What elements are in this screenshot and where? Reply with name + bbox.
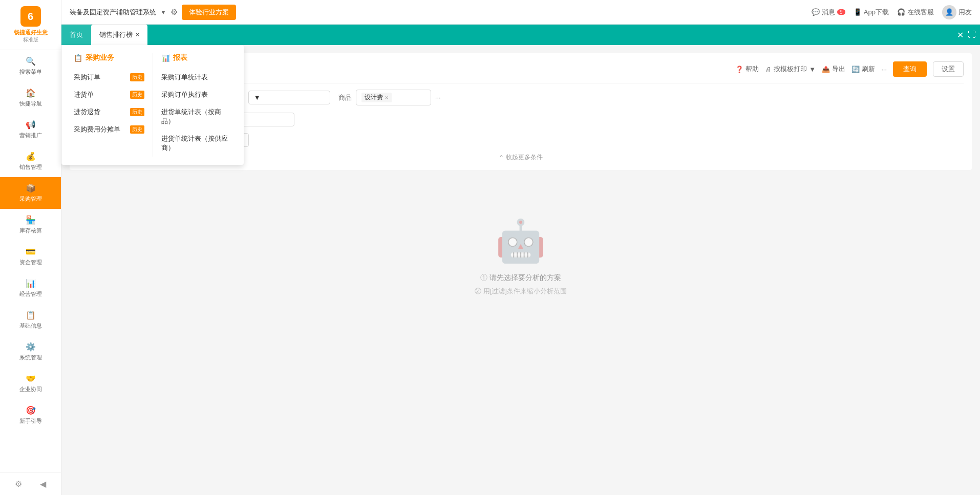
- chevron-down-icon: ▼: [254, 94, 261, 101]
- menu-item-expense[interactable]: 采购费用分摊单 历史: [74, 121, 144, 138]
- app-item[interactable]: 📱 App下载: [854, 8, 889, 17]
- print-button[interactable]: 🖨 按模板打印 ▼: [765, 64, 816, 74]
- report-section: 📊 报表 采购订单统计表 采购订单执行表 进货单统计表（按商品） 进货单统计表（…: [157, 53, 236, 157]
- sidebar-item-sales[interactable]: 💰 销售管理: [0, 145, 61, 177]
- expense-label: 采购费用分摊单: [74, 125, 120, 134]
- search-icon: 🔍: [26, 56, 36, 66]
- refresh-button[interactable]: 🔄 刷新: [851, 64, 875, 74]
- order-status-input[interactable]: ▼: [248, 91, 330, 104]
- purchase-order-label: 采购订单: [74, 73, 100, 82]
- industry-button[interactable]: 体验行业方案: [182, 5, 236, 20]
- sidebar-label-system: 系统管理: [19, 354, 42, 361]
- goods-filter: 商品 设计费 × ···: [338, 90, 441, 105]
- menu-item-purchase-stat[interactable]: 采购订单统计表: [161, 69, 232, 86]
- history-badge-1[interactable]: 历史: [130, 91, 144, 99]
- header: 装备及固定资产辅助管理系统 ▼ ⚙ 体验行业方案 💬 消息 9 📱 App下载 …: [61, 0, 980, 25]
- inbound-label: 进货单: [74, 90, 94, 99]
- maximize-icon[interactable]: ⛶: [968, 30, 976, 39]
- tab-home[interactable]: 首页: [61, 25, 91, 45]
- collapse-btn[interactable]: ◀: [40, 479, 46, 489]
- sidebar-item-search[interactable]: 🔍 搜索菜单: [0, 50, 61, 82]
- menu-item-purchase-exec[interactable]: 采购订单执行表: [161, 86, 232, 103]
- history-badge-0[interactable]: 历史: [130, 73, 144, 81]
- message-item[interactable]: 💬 消息 9: [812, 8, 845, 17]
- marketing-icon: 📢: [26, 120, 36, 130]
- sidebar-label-enterprise: 企业协同: [19, 385, 42, 393]
- more-dots[interactable]: ···: [881, 66, 887, 73]
- menu-item-inbound[interactable]: 进货单 历史: [74, 86, 144, 103]
- sidebar-label-purchase: 采购管理: [19, 195, 42, 203]
- header-right: 💬 消息 9 📱 App下载 🎧 在线客服 👤 用友: [812, 5, 972, 19]
- goods-input[interactable]: 设计费 ×: [356, 90, 431, 105]
- system-title: 装备及固定资产辅助管理系统: [70, 8, 156, 17]
- menu-item-return[interactable]: 进货退货 历史: [74, 103, 144, 121]
- sidebar-item-operation[interactable]: 📊 经营管理: [0, 272, 61, 304]
- menu-divider: [153, 53, 153, 157]
- finance-icon: 💳: [26, 247, 36, 256]
- sidebar-item-enterprise[interactable]: 🤝 企业协同: [0, 368, 61, 399]
- settings-bottom-btn[interactable]: ⚙: [15, 479, 22, 489]
- report-section-title: 📊 报表: [161, 53, 232, 62]
- menu-item-purchase-order[interactable]: 采购订单 历史: [74, 69, 144, 86]
- message-icon: 💬: [812, 8, 820, 16]
- goods-tag-close[interactable]: ×: [385, 94, 389, 101]
- report-title-label: 报表: [173, 53, 187, 62]
- return-label: 进货退货: [74, 107, 100, 117]
- message-badge: 9: [837, 9, 845, 15]
- sidebar-item-basic[interactable]: 📋 基础信息: [0, 304, 61, 336]
- sidebar-label-marketing: 营销推广: [19, 132, 42, 139]
- sidebar-item-system[interactable]: ⚙️ 系统管理: [0, 336, 61, 368]
- sidebar-bottom: ⚙ ◀: [0, 472, 61, 495]
- sidebar-item-marketing[interactable]: 📢 营销推广: [0, 114, 61, 145]
- system-icon: ⚙️: [26, 342, 36, 352]
- sidebar-label-basic: 基础信息: [19, 322, 42, 330]
- sidebar-label-sales: 销售管理: [19, 163, 42, 171]
- menu-item-inbound-stat-goods[interactable]: 进货单统计表（按商品）: [161, 103, 232, 130]
- settings-button[interactable]: 设置: [933, 61, 964, 77]
- sidebar: 6 畅捷通好生意 标准版 🔍 搜索菜单 🏠 快捷导航 📢 营销推广 💰 销售管理…: [0, 0, 61, 495]
- sidebar-item-finance[interactable]: 💳 资金管理: [0, 241, 61, 272]
- purchase-stat-label: 采购订单统计表: [161, 73, 208, 82]
- gear-icon[interactable]: ⚙: [171, 7, 178, 17]
- export-button[interactable]: 📤 导出: [822, 64, 845, 74]
- sidebar-item-inventory[interactable]: 🏪 库存核算: [0, 209, 61, 241]
- sidebar-label-quick: 快捷导航: [19, 100, 42, 107]
- message-label: 消息: [822, 8, 835, 17]
- goods-tag-text: 设计费: [365, 93, 383, 102]
- help-button[interactable]: ❓ 帮助: [735, 64, 759, 74]
- query-button[interactable]: 查询: [893, 61, 927, 77]
- sidebar-item-purchase[interactable]: 📦 采购管理: [0, 177, 61, 209]
- goods-more-dots[interactable]: ···: [435, 94, 441, 101]
- dropdown-arrow-icon[interactable]: ▼: [160, 9, 166, 16]
- help-icon: ❓: [735, 66, 743, 73]
- purchase-dropdown-menu: 📋 采购业务 采购订单 历史 进货单 历史 进货退货 历史 采购费用分摊单 历史…: [61, 45, 244, 165]
- empty-illustration: 🤖: [495, 217, 546, 265]
- home-icon: 🏠: [26, 88, 36, 98]
- service-item[interactable]: 🎧 在线客服: [897, 8, 934, 17]
- inventory-icon: 🏪: [26, 215, 36, 225]
- sidebar-item-quick[interactable]: 🏠 快捷导航: [0, 82, 61, 114]
- sidebar-item-newbie[interactable]: 🎯 新手引导: [0, 399, 61, 431]
- history-badge-3[interactable]: 历史: [130, 125, 144, 134]
- export-label: 导出: [832, 64, 845, 74]
- print-icon: 🖨: [765, 66, 772, 73]
- history-badge-2[interactable]: 历史: [130, 108, 144, 116]
- tab-sales-ranking[interactable]: 销售排行榜 ×: [91, 25, 147, 45]
- close-window-icon[interactable]: ✕: [957, 30, 964, 40]
- tab-close-icon[interactable]: ×: [136, 31, 139, 38]
- purchase-section: 📋 采购业务 采购订单 历史 进货单 历史 进货退货 历史 采购费用分摊单 历史: [70, 53, 148, 157]
- menu-item-inbound-stat-supplier[interactable]: 进货单统计表（按供应商）: [161, 130, 232, 157]
- user-item[interactable]: 👤 用友: [942, 5, 972, 19]
- sidebar-label-operation: 经营管理: [19, 290, 42, 298]
- collapse-up-icon: ⌃: [499, 154, 504, 161]
- sales-icon: 💰: [26, 152, 36, 161]
- empty-hint2: ② 用[过滤]条件来缩小分析范围: [475, 287, 567, 296]
- report-title-icon: 📊: [161, 54, 170, 62]
- edition-label: 标准版: [23, 36, 38, 44]
- empty-hint1: ① 请先选择要分析的方案: [480, 273, 561, 283]
- export-icon: 📤: [822, 66, 830, 73]
- header-left: 装备及固定资产辅助管理系统 ▼ ⚙ 体验行业方案: [70, 5, 236, 20]
- enterprise-icon: 🤝: [26, 374, 36, 383]
- sidebar-nav: 🔍 搜索菜单 🏠 快捷导航 📢 营销推广 💰 销售管理 📦 采购管理 🏪 库存核…: [0, 50, 61, 472]
- print-label: 按模板打印: [774, 64, 807, 74]
